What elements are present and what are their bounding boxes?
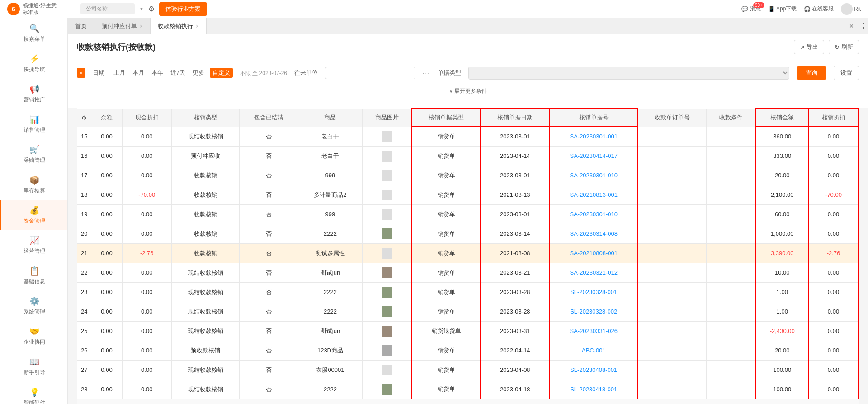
query-button[interactable]: 查询 <box>797 66 826 80</box>
expand-conditions-button[interactable]: ∨ 展开更多条件 <box>449 87 487 95</box>
row-order-no <box>638 360 706 380</box>
partner-input[interactable] <box>325 67 415 79</box>
row-voucher-type: 销货单 <box>412 302 481 321</box>
row-included: 否 <box>240 166 298 185</box>
row-voucher-type: 销货单 <box>412 243 481 263</box>
voucher-no-link[interactable]: SA-20230321-012 <box>570 269 618 276</box>
voucher-no-link[interactable]: SA-20210813-001 <box>570 191 618 198</box>
row-type: 现结收款核销 <box>171 380 240 399</box>
sidebar-item-system[interactable]: ⚙️ 系统管理 <box>0 291 67 321</box>
voucher-no-link[interactable]: SL-20230408-001 <box>570 366 617 373</box>
user-name-area[interactable]: Rit <box>841 3 861 15</box>
th-amount: 核销金额 <box>756 109 808 127</box>
date-this-year[interactable]: 本年 <box>150 68 165 78</box>
gear-icon[interactable]: ⚙ <box>148 5 155 13</box>
row-discount: 0.00 <box>808 166 859 185</box>
voucher-no-link[interactable]: SL-20230328-001 <box>570 289 617 295</box>
row-id: 19 <box>77 204 91 224</box>
date-7days[interactable]: 近7天 <box>169 68 187 78</box>
export-label: 导出 <box>807 43 818 51</box>
row-voucher-type: 销货退货单 <box>412 321 481 341</box>
row-img <box>362 380 412 399</box>
refresh-button[interactable]: ↻ 刷新 <box>829 40 859 54</box>
th-settings[interactable]: ⚙ <box>77 109 91 127</box>
tab-writeoff[interactable]: 收款核销执行 × <box>151 18 207 34</box>
sidebar-item-purchase[interactable]: 🛒 采购管理 <box>0 139 67 170</box>
sidebar-item-sales[interactable]: 📊 销售管理 <box>0 109 67 139</box>
sidebar-label-hardware: 智能硬件 <box>24 399 45 404</box>
export-icon: ↗ <box>800 44 805 51</box>
sidebar-item-collab[interactable]: 🤝 企业协同 <box>0 321 67 352</box>
row-amount: 333.00 <box>756 146 808 166</box>
row-voucher-date: 2023-03-28 <box>481 302 549 321</box>
row-order-no <box>638 302 706 321</box>
row-id: 16 <box>77 146 91 166</box>
voucher-no-link[interactable]: SA-20230301-010 <box>570 211 618 218</box>
row-voucher-no: SA-20230301-001 <box>549 127 638 146</box>
company-dropdown-icon[interactable]: ▼ <box>139 6 144 11</box>
company-name-input[interactable]: 公司名称 <box>80 3 135 14</box>
row-img <box>362 224 412 243</box>
th-balance: 余额 <box>91 109 122 127</box>
row-balance: 0.00 <box>91 243 122 263</box>
row-order-no <box>638 380 706 399</box>
row-order-no <box>638 204 706 224</box>
row-voucher-date: 2023-03-14 <box>481 224 549 243</box>
date-more[interactable]: 更多 <box>191 68 206 78</box>
voucher-no-link[interactable]: SL-20230328-002 <box>570 308 617 315</box>
sidebar-item-hardware[interactable]: 💡 智能硬件 <box>0 382 67 404</box>
row-amount: 10.00 <box>756 263 808 282</box>
sidebar-item-finance[interactable]: 💰 资金管理 <box>0 200 67 230</box>
voucher-no-link[interactable]: SL-20230418-001 <box>570 386 617 393</box>
filter-settings-button[interactable]: 设置 <box>834 66 859 80</box>
top-bar: 6 畅捷通·好生意标准版 公司名称 ▼ ⚙ 体验行业方案 💬 消息 99+ 📱 … <box>0 0 868 18</box>
table-header: ⚙ 余额 现金折扣 核销类型 包含已结清 商品 商品图片 核销单据类型 核销单据… <box>77 109 859 127</box>
tab-close-all-button[interactable]: × <box>849 22 854 30</box>
sidebar-item-quick[interactable]: ⚡ 快捷导航 <box>0 48 67 79</box>
row-goods: 2222 <box>298 224 362 243</box>
export-button[interactable]: ↗ 导出 <box>794 40 824 54</box>
tab-home[interactable]: 首页 <box>68 18 94 34</box>
sidebar-item-search[interactable]: 🔍 搜索菜单 <box>0 18 67 48</box>
sidebar-item-inventory[interactable]: 📦 库存核算 <box>0 170 67 200</box>
date-custom[interactable]: 自定义 <box>210 68 233 78</box>
voucher-type-select[interactable] <box>468 67 789 80</box>
date-this-month[interactable]: 本月 <box>131 68 146 78</box>
voucher-no-link[interactable]: SA-20230314-008 <box>570 230 618 237</box>
tab-prepay-close[interactable]: × <box>140 23 143 29</box>
date-filter-options: 上月 本月 本年 近7天 更多 自定义 <box>112 68 233 78</box>
row-cash-discount: 0.00 <box>122 321 171 341</box>
voucher-no-link[interactable]: SA-20230301-001 <box>570 133 618 140</box>
message-icon: 💬 <box>741 6 748 12</box>
row-type: 现结收款核销 <box>171 282 240 302</box>
voucher-no-link[interactable]: SA-20210808-001 <box>570 250 618 257</box>
sidebar-item-marketing[interactable]: 📢 营销推广 <box>0 79 67 109</box>
sidebar-item-operation[interactable]: 📈 经营管理 <box>0 230 67 261</box>
online-service-link[interactable]: 🎧 在线客服 <box>804 5 834 13</box>
sidebar-item-basic[interactable]: 📋 基础信息 <box>0 261 67 291</box>
row-balance: 0.00 <box>91 360 122 380</box>
tab-expand-button[interactable]: ⛶ <box>857 22 864 30</box>
tab-writeoff-close[interactable]: × <box>196 23 199 29</box>
filter-expand-arrow[interactable]: » <box>77 68 85 78</box>
voucher-no-link[interactable]: SA-20230301-010 <box>570 172 618 179</box>
voucher-no-link[interactable]: SA-20230331-026 <box>570 328 618 334</box>
sidebar-item-guide[interactable]: 📖 新手引导 <box>0 352 67 382</box>
sidebar-label-quick: 快捷导航 <box>24 66 45 73</box>
date-last-month[interactable]: 上月 <box>112 68 127 78</box>
sidebar-label-finance: 资金管理 <box>24 217 45 225</box>
table-row: 24 0.00 0.00 现结收款核销 否 2222 销货单 2023-03-2… <box>77 302 859 321</box>
top-bar-middle: 公司名称 ▼ ⚙ 体验行业方案 <box>80 2 736 16</box>
row-voucher-date: 2023-03-28 <box>481 282 549 302</box>
row-discount: 0.00 <box>808 263 859 282</box>
row-voucher-type: 销货单 <box>412 166 481 185</box>
voucher-no-link[interactable]: SA-20230414-017 <box>570 152 618 159</box>
page-title: 收款核销执行(按收款) <box>77 42 156 52</box>
tab-prepay[interactable]: 预付冲应付单 × <box>94 18 151 34</box>
row-amount: 20.00 <box>756 166 808 185</box>
message-area[interactable]: 💬 消息 99+ <box>741 5 761 13</box>
app-download-link[interactable]: 📱 App下载 <box>768 5 797 13</box>
voucher-no-link[interactable]: ABC-001 <box>582 347 606 354</box>
row-amount: 3,390.00 <box>756 243 808 263</box>
trial-button[interactable]: 体验行业方案 <box>159 2 207 16</box>
